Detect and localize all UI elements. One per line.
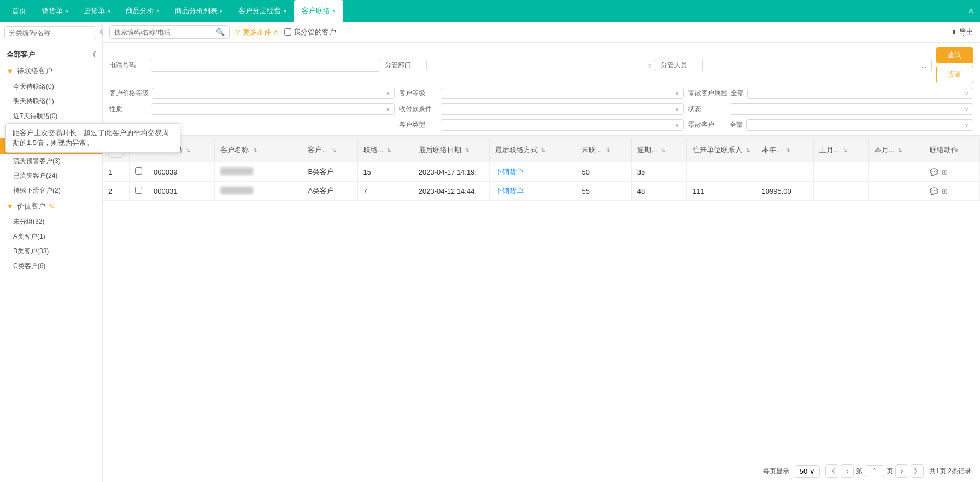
sidebar-item-tomorrow[interactable]: 明天待联络(1) <box>0 94 102 109</box>
filter-cell-nature: 性质 ∨ <box>109 103 395 115</box>
sidebar-item-a-class[interactable]: A类客户(1) <box>0 229 102 244</box>
retail-attr-label: 零散客户属性 <box>688 89 727 98</box>
sort-icon-contact[interactable]: ⇅ <box>387 147 391 153</box>
sort-icon-this-month[interactable]: ⇅ <box>898 147 902 153</box>
sort-icon-code[interactable]: ⇅ <box>186 147 190 153</box>
per-page-label: 每页显示 <box>763 467 789 476</box>
sidebar-item-c-class[interactable]: C类客户(6) <box>0 259 102 274</box>
row2-overdue: 48 <box>631 182 686 201</box>
nav-product-analysis-list[interactable]: 商品分析列表 × <box>167 0 231 22</box>
sidebar-all-customers[interactable]: 全部客户 《 <box>0 47 102 63</box>
nature-select[interactable]: ∨ <box>151 103 395 115</box>
row1-last-method[interactable]: 下销货单 <box>489 162 576 182</box>
sort-icon-last-method[interactable]: ⇅ <box>541 147 545 153</box>
sort-icon-level[interactable]: ⇅ <box>332 147 336 153</box>
th-contact: 联络... ⇅ <box>357 138 413 162</box>
prev-page-button[interactable]: ‹ <box>841 464 854 478</box>
nav-home[interactable]: 首页 <box>4 0 34 22</box>
row1-last-date: 2023-04-17 14:19: <box>413 162 489 182</box>
nav-purchase-order[interactable]: 进货单 × <box>76 0 118 22</box>
dept-select[interactable]: ∨ <box>426 60 656 71</box>
filter-row-3: 性质 ∨ 收付款条件 ∨ 状态 <box>109 103 973 115</box>
page-suffix: 页 <box>887 467 893 476</box>
row2-last-method[interactable]: 下销货单 <box>489 182 576 201</box>
phone-input[interactable] <box>151 59 380 72</box>
more-conditions-btn[interactable]: ▽ 更多条件 ∧ <box>235 27 279 37</box>
tooltip-box: 距客户上次交易时长，超过了此客户的平均交易周期的1.5倍，则视为异常。 <box>103 123 180 153</box>
sort-icon-last-month[interactable]: ⇅ <box>843 147 847 153</box>
row2-chat-icon[interactable]: 💬 <box>930 187 938 195</box>
retail-attr-select[interactable]: ∨ <box>747 88 973 99</box>
filter-panel: 电话号码 分管部门 ∨ 分管人员 ... <box>103 43 980 136</box>
row2-checkbox-cell[interactable] <box>130 182 148 201</box>
payment-select[interactable]: ∨ <box>441 103 684 115</box>
person-select[interactable]: ... <box>702 59 932 72</box>
value-section-edit-icon[interactable]: ✎ <box>49 202 55 211</box>
collapse-icon: 《 <box>89 50 96 60</box>
row2-contact: 7 <box>357 182 413 201</box>
main-search-input[interactable] <box>114 28 216 36</box>
sidebar-item-churn-warning[interactable]: 流失预警客户(3) <box>0 154 102 169</box>
top-filter-bar: 🔍 ▽ 更多条件 ∧ 我分管的客户 ⬆ 导出 <box>103 22 980 43</box>
sidebar-item-today[interactable]: 今天待联络(0) <box>0 79 102 94</box>
sidebar-item-7days[interactable]: 近7天待联络(0) <box>0 109 102 124</box>
row2-name-blurred <box>220 187 253 194</box>
th-action: 联络动作 <box>924 138 979 162</box>
sort-icon-last-date[interactable]: ⇅ <box>465 147 469 153</box>
sidebar-item-b-class[interactable]: B类客户(33) <box>0 244 102 259</box>
sidebar-pending-section[interactable]: ▼ 待联络客户 <box>0 63 102 79</box>
row1-chat-icon[interactable]: 💬 <box>930 168 938 176</box>
row1-method-link[interactable]: 下销货单 <box>495 167 524 176</box>
status-select[interactable]: ∨ <box>730 103 973 115</box>
row2-grid-icon[interactable]: ⊞ <box>942 187 948 195</box>
export-button[interactable]: ⬆ 导出 <box>951 27 973 37</box>
nav-sales-order[interactable]: 销货单 × <box>34 0 76 22</box>
page-number-input[interactable] <box>865 465 884 477</box>
customer-type-select[interactable]: ∨ <box>441 119 684 131</box>
nav-customer-contact[interactable]: 客户联络 × <box>294 0 343 22</box>
th-last-month: 上月... ⇅ <box>813 138 868 162</box>
row1-name-blurred <box>220 167 253 175</box>
query-button[interactable]: 查询 <box>936 47 973 63</box>
main-search-box[interactable]: 🔍 <box>109 25 230 39</box>
pagination-bar: 每页显示 50 ∨ 《 ‹ 第 页 › 》 共1页 2条记录 <box>103 460 980 482</box>
retail-attr-inline: 全部 <box>731 89 744 98</box>
main-search-icon[interactable]: 🔍 <box>216 28 225 36</box>
settings-button[interactable]: 设置 <box>936 66 973 83</box>
row1-grid-icon[interactable]: ⊞ <box>942 168 948 176</box>
main-layout: 🔍 全部客户 《 ▼ 待联络客户 今天待联络(0) 明天待联络(1) 近7天待联… <box>0 22 980 482</box>
per-page-select[interactable]: 50 ∨ <box>795 465 820 478</box>
customer-level-select[interactable]: ∨ <box>441 88 684 99</box>
row2-checkbox[interactable] <box>135 187 142 194</box>
row1-unit-contacts <box>686 162 756 182</box>
filter-cell-phone: 电话号码 <box>109 59 380 72</box>
sort-icon-name[interactable]: ⇅ <box>253 147 257 153</box>
next-page-button[interactable]: › <box>895 464 908 478</box>
row1-checkbox-cell[interactable] <box>130 162 148 182</box>
last-page-button[interactable]: 》 <box>911 464 924 478</box>
row2-method-link[interactable]: 下销货单 <box>495 187 524 195</box>
sort-icon-overdue[interactable]: ⇅ <box>661 147 665 153</box>
sidebar-search-input[interactable] <box>4 26 96 39</box>
sidebar-item-declining[interactable]: 持续下滑客户(2) <box>0 183 102 198</box>
sort-icon-not-contact[interactable]: ⇅ <box>606 147 610 153</box>
sidebar-item-churned[interactable]: 已流失客户(24) <box>0 169 102 183</box>
dept-label: 分管部门 <box>385 61 423 70</box>
sort-icon-unit[interactable]: ⇅ <box>746 147 750 153</box>
sidebar-item-ungroup[interactable]: 未分组(32) <box>0 214 102 229</box>
nav-product-analysis[interactable]: 商品分析 × <box>118 0 167 22</box>
my-customer-checkbox[interactable] <box>284 28 291 36</box>
first-page-button[interactable]: 《 <box>825 464 838 478</box>
nav-customer-stratify[interactable]: 客户分层经营 × <box>231 0 294 22</box>
window-close-button[interactable]: × <box>969 6 973 16</box>
status-label: 状态 <box>688 104 726 114</box>
sidebar-value-section[interactable]: ▼ 价值客户 ✎ <box>0 198 102 214</box>
th-this-year: 本年... ⇅ <box>756 138 813 162</box>
nature-label: 性质 <box>109 104 148 114</box>
filter-cell-customer-type: 客户类型 ∨ <box>399 119 684 131</box>
row1-checkbox[interactable] <box>135 167 142 175</box>
retail-customer-select[interactable]: ∨ <box>746 119 973 131</box>
row2-this-year: 10995.00 <box>756 182 813 201</box>
sort-icon-this-year[interactable]: ⇅ <box>785 147 790 153</box>
price-level-select[interactable]: ∨ <box>152 88 395 99</box>
